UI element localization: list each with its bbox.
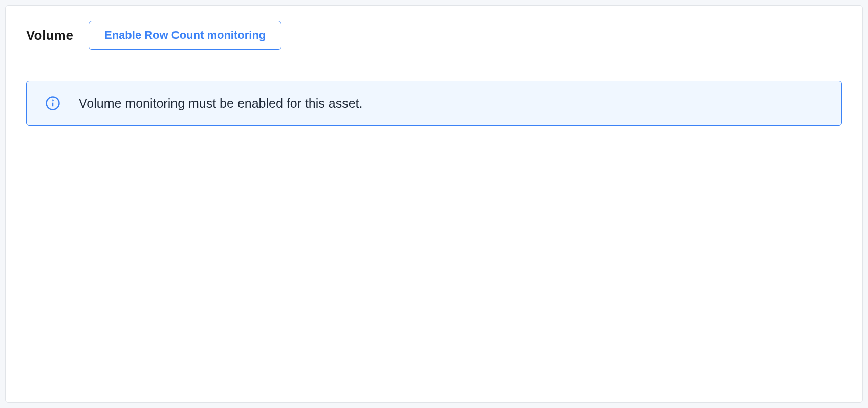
- volume-panel: Volume Enable Row Count monitoring Volum…: [5, 5, 863, 403]
- panel-body: Volume monitoring must be enabled for th…: [6, 65, 862, 402]
- alert-message: Volume monitoring must be enabled for th…: [79, 96, 362, 111]
- svg-point-2: [52, 100, 53, 101]
- panel-header: Volume Enable Row Count monitoring: [6, 6, 862, 65]
- panel-title: Volume: [26, 28, 73, 43]
- info-icon: [45, 96, 60, 111]
- enable-row-count-button[interactable]: Enable Row Count monitoring: [89, 21, 281, 50]
- info-alert: Volume monitoring must be enabled for th…: [26, 81, 842, 126]
